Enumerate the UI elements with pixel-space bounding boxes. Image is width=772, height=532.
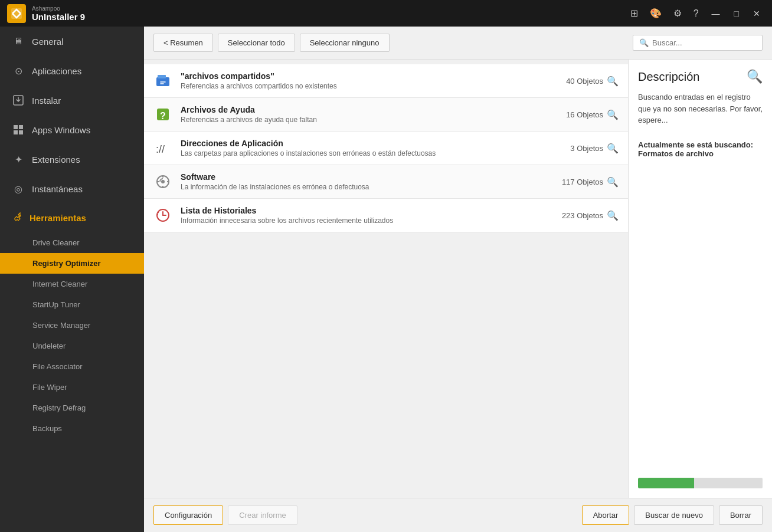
close-button[interactable]: ✕ <box>748 6 765 21</box>
windows-icon <box>12 123 25 136</box>
item-text: Direcciones de Aplicación Las carpetas p… <box>181 139 562 157</box>
list-item[interactable]: :// Direcciones de Aplicación Las carpet… <box>144 132 628 165</box>
sidebar-item-instantaneas[interactable]: ◎ Instantáneas <box>0 174 144 203</box>
items-list: "archivos compartidos" Referencias a arc… <box>144 60 628 498</box>
magnify-icon[interactable]: 🔍 <box>607 143 619 154</box>
right-panel: Descripción 🔍 Buscando entradas en el re… <box>628 60 772 498</box>
sidebar-item-general[interactable]: 🖥 General <box>0 27 144 56</box>
footer-right: Abortar Buscar de nuevo Borrar <box>582 505 763 525</box>
list-item[interactable]: Lista de Historiales Información inneces… <box>144 199 628 232</box>
svg-rect-2 <box>14 125 18 129</box>
search-input[interactable] <box>652 38 756 47</box>
item-count: 117 Objetos 🔍 <box>562 176 619 188</box>
search-box: 🔍 <box>633 35 763 51</box>
sidebar-label-general: General <box>32 37 63 47</box>
sidebar-sub-file-associator[interactable]: File Associator <box>0 356 144 377</box>
titlebar-left: Ashampoo UnInstaller 9 <box>7 4 85 23</box>
install-icon <box>12 94 25 107</box>
item-count: 16 Objetos 🔍 <box>566 109 619 120</box>
list-item[interactable]: ? Archivos de Ayuda Referencias a archiv… <box>144 98 628 132</box>
item-count: 3 Objetos 🔍 <box>570 143 619 154</box>
app-title-block: Ashampoo UnInstaller 9 <box>32 5 85 22</box>
sidebar-sub-file-wiper[interactable]: File Wiper <box>0 377 144 398</box>
app-logo <box>7 4 26 23</box>
delete-button[interactable]: Borrar <box>719 505 763 525</box>
minimize-button[interactable]: — <box>707 6 725 21</box>
magnify-icon[interactable]: 🔍 <box>607 75 619 87</box>
svg-text:://: :// <box>156 143 165 155</box>
main-layout: 🖥 General ⊙ Aplicaciones Instalar <box>0 27 772 532</box>
sidebar-label-extensiones: Extensiones <box>32 155 80 165</box>
item-text: Software La información de las instalaci… <box>181 172 554 191</box>
app-subtitle: Ashampoo <box>32 5 85 12</box>
panel-searching: Actualmente se está buscando: Formatos d… <box>638 140 763 158</box>
magnify-icon[interactable]: 🔍 <box>607 109 619 120</box>
settings-icon[interactable]: ⚙ <box>670 5 685 21</box>
item-count: 40 Objetos 🔍 <box>566 75 619 87</box>
item-count: 223 Objetos 🔍 <box>562 210 619 221</box>
history-icon <box>153 206 172 225</box>
item-desc: Las carpetas para aplicaciones o instala… <box>181 149 562 157</box>
sidebar-sub-backups[interactable]: Backups <box>0 418 144 439</box>
panel-title-text: Descripción <box>638 70 699 84</box>
toolbar: < Resumen Seleccionar todo Seleccionar n… <box>144 27 772 60</box>
sidebar-sub-registry-defrag[interactable]: Registry Defrag <box>0 398 144 418</box>
sidebar-sub-drive-cleaner[interactable]: Drive Cleaner <box>0 232 144 253</box>
svg-text:?: ? <box>160 111 166 121</box>
snapshots-icon: ◎ <box>12 182 25 195</box>
titlebar-controls: ⊞ 🎨 ⚙ ? — □ ✕ <box>627 5 765 21</box>
apps-icon: ⊙ <box>12 64 25 77</box>
app-dir-icon: :// <box>153 139 172 157</box>
sidebar-sub-service-manager[interactable]: Service Manager <box>0 315 144 336</box>
content-split: "archivos compartidos" Referencias a arc… <box>144 60 772 498</box>
magnify-icon[interactable]: 🔍 <box>607 176 619 188</box>
select-none-button[interactable]: Seleccionar ninguno <box>300 34 390 52</box>
sidebar-item-herramientas[interactable]: Herramientas <box>0 203 144 232</box>
sidebar-item-extensiones[interactable]: ✦ Extensiones <box>0 145 144 174</box>
panel-search-icon: 🔍 <box>747 69 763 84</box>
item-title: Lista de Historiales <box>181 206 554 215</box>
sidebar-item-aplicaciones[interactable]: ⊙ Aplicaciones <box>0 56 144 86</box>
sidebar-label-instalar: Instalar <box>32 96 61 106</box>
footer: Configuración Crear informe Abortar Busc… <box>144 498 772 532</box>
progress-bar <box>638 478 763 488</box>
sidebar-label-herramientas: Herramientas <box>30 213 86 223</box>
item-title: Archivos de Ayuda <box>181 105 558 114</box>
list-item[interactable]: "archivos compartidos" Referencias a arc… <box>144 64 628 98</box>
sidebar-label-aplicaciones: Aplicaciones <box>32 66 81 76</box>
item-desc: Referencias a archivos compartidos no ex… <box>181 82 558 90</box>
sidebar-sub-internet-cleaner[interactable]: Internet Cleaner <box>0 274 144 294</box>
search-again-button[interactable]: Buscar de nuevo <box>634 505 714 525</box>
create-report-button[interactable]: Crear informe <box>228 505 297 525</box>
search-icon: 🔍 <box>639 38 649 47</box>
item-title: "archivos compartidos" <box>181 71 558 81</box>
sidebar-item-apps-windows[interactable]: Apps Windows <box>0 115 144 145</box>
svg-point-12 <box>161 180 165 183</box>
screenshot-icon[interactable]: ⊞ <box>627 5 642 21</box>
app-name: UnInstaller 9 <box>32 12 85 22</box>
sidebar-sub-undeleter[interactable]: Undeleter <box>0 336 144 356</box>
sidebar-item-instalar[interactable]: Instalar <box>0 86 144 115</box>
shared-files-icon <box>153 71 172 90</box>
list-item[interactable]: Software La información de las instalaci… <box>144 165 628 199</box>
monitor-icon: 🖥 <box>12 35 25 48</box>
item-text: "archivos compartidos" Referencias a arc… <box>181 71 558 90</box>
help-icon[interactable]: ? <box>690 6 702 21</box>
software-icon <box>153 172 172 191</box>
abort-button[interactable]: Abortar <box>582 505 630 525</box>
item-desc: La información de las instalaciones es e… <box>181 183 554 191</box>
panel-title-row: Descripción 🔍 <box>638 69 763 84</box>
magnify-icon[interactable]: 🔍 <box>607 210 619 221</box>
sidebar-sub-startup-tuner[interactable]: StartUp Tuner <box>0 294 144 315</box>
item-title: Direcciones de Aplicación <box>181 139 562 148</box>
maximize-button[interactable]: □ <box>730 6 744 21</box>
svg-rect-3 <box>19 125 23 129</box>
extensions-icon: ✦ <box>12 153 25 166</box>
back-button[interactable]: < Resumen <box>153 34 213 52</box>
sidebar-sub-registry-optimizer[interactable]: Registry Optimizer <box>0 253 144 274</box>
paint-icon[interactable]: 🎨 <box>646 5 665 21</box>
item-text: Lista de Historiales Información inneces… <box>181 206 554 225</box>
config-button[interactable]: Configuración <box>153 505 223 525</box>
svg-rect-5 <box>19 130 23 134</box>
select-all-button[interactable]: Seleccionar todo <box>218 34 295 52</box>
